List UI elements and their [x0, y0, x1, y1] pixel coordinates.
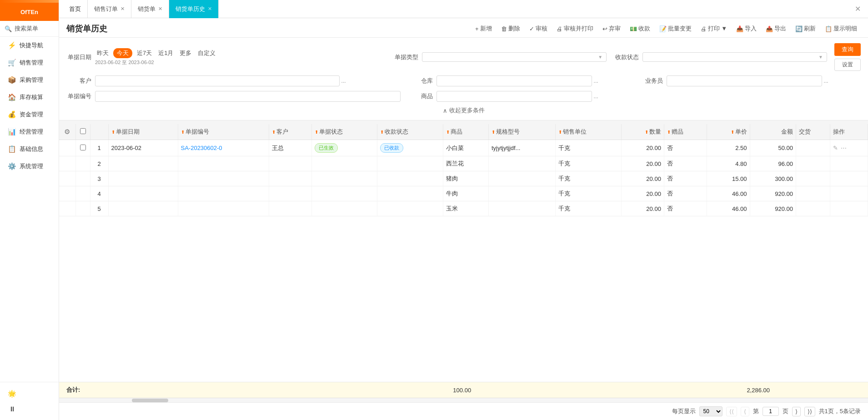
collect-select[interactable]: ▼	[642, 52, 827, 62]
audit-print-button[interactable]: 🖨审核并打印	[553, 23, 597, 35]
doctype-select[interactable]: ▼	[422, 52, 607, 62]
th-settings[interactable]: ⚙	[59, 124, 75, 140]
row-amount-cell: 300.00	[750, 171, 796, 186]
customer-picker-btn[interactable]: ...	[340, 78, 348, 84]
th-unit[interactable]: ⬆销售单位	[556, 124, 621, 140]
select-all-checkbox[interactable]	[80, 128, 86, 134]
th-num	[90, 124, 108, 140]
row-customer-cell	[269, 171, 311, 186]
settings-gear-icon[interactable]: ⚙	[64, 128, 70, 135]
sidebar-item-operations[interactable]: 📊经营管理	[0, 123, 59, 140]
staff-picker-btn[interactable]: ...	[822, 78, 830, 84]
scroll-thumb[interactable]	[132, 399, 168, 402]
row-docstatus-cell	[312, 201, 377, 216]
date-shortcut-yesterday[interactable]: 昨天	[95, 48, 110, 58]
goods-input[interactable]	[437, 91, 592, 102]
refresh-button[interactable]: 🔄刷新	[792, 23, 819, 35]
warehouse-input[interactable]	[437, 75, 592, 86]
edit-icon[interactable]: ✎	[833, 145, 838, 151]
date-shortcut-today[interactable]: 今天	[113, 48, 132, 58]
per-page-select[interactable]: 50 100 200	[699, 406, 722, 416]
row-action-cell	[830, 171, 868, 186]
tab-sales-order[interactable]: 销售订单✕	[88, 0, 131, 18]
print-button[interactable]: 🖨打印 ▼	[697, 23, 731, 35]
sidebar-settings-icon[interactable]: 🌟	[0, 386, 59, 401]
goods-picker-btn[interactable]: ...	[592, 93, 600, 100]
th-goods[interactable]: ⬆商品	[443, 124, 488, 140]
row-action-cell	[830, 186, 868, 201]
th-qty[interactable]: ⬆数量	[621, 124, 664, 140]
import-button[interactable]: 📥导入	[733, 23, 760, 35]
discard-button[interactable]: ↩弃审	[599, 23, 624, 35]
filter-panel: 单据日期 昨天今天近7天近1月更多自定义 2023-06-02 至 2023-0…	[59, 38, 868, 120]
th-gift[interactable]: ⬆赠品	[664, 124, 707, 140]
tab-sales-delivery[interactable]: 销货单✕	[131, 0, 169, 18]
tab-close-sales-history[interactable]: ✕	[208, 6, 212, 12]
first-page-btn[interactable]: ⟨⟨	[726, 407, 737, 416]
sidebar-search[interactable]: 🔍 搜索菜单	[0, 21, 59, 37]
row-date-cell	[108, 186, 178, 201]
filter-docno-control	[95, 91, 401, 102]
close-window-btn[interactable]: ✕	[851, 5, 864, 13]
sidebar-item-system[interactable]: ⚙️系统管理	[0, 158, 59, 175]
sidebar-item-inventory[interactable]: 🏠库存核算	[0, 89, 59, 106]
more-action-icon[interactable]: ⋯	[841, 145, 847, 151]
row-checkbox[interactable]	[80, 145, 86, 150]
show-detail-button[interactable]: 📋显示明细	[821, 23, 861, 35]
horizontal-scrollbar[interactable]	[59, 398, 868, 402]
sidebar-item-basic-info[interactable]: 📋基础信息	[0, 140, 59, 158]
page-title: 销货单历史	[66, 23, 107, 34]
operations-icon: 📊	[8, 128, 16, 136]
th-docno[interactable]: ⬆单据编号	[178, 124, 269, 140]
export-button[interactable]: 📤导出	[762, 23, 790, 35]
add-button[interactable]: +新增	[472, 23, 496, 35]
filter-settings-button[interactable]: 设置	[834, 59, 861, 71]
audit-print-label: 审核并打印	[564, 25, 593, 33]
sidebar-item-quick-nav[interactable]: ⚡快捷导航	[0, 37, 59, 54]
date-shortcut-custom[interactable]: 自定义	[196, 48, 217, 58]
brand-logo: OfTEn	[0, 3, 59, 21]
tab-sales-history[interactable]: 销货单历史✕	[169, 0, 219, 18]
row-goods-cell: 小白菜	[443, 140, 488, 156]
export-icon: 📤	[766, 25, 773, 32]
next-page-btn[interactable]: ⟩	[792, 407, 801, 416]
th-date[interactable]: ⬆单据日期	[108, 124, 178, 140]
pagination-bar: 每页显示 50 100 200 ⟨⟨ ⟨ 第 页 ⟩ ⟩⟩ 共1页，5条记录	[59, 402, 868, 420]
batch-change-button[interactable]: 📝批量变更	[656, 23, 695, 35]
sidebar-item-finance[interactable]: 💰资金管理	[0, 106, 59, 123]
sidebar-label-finance: 资金管理	[20, 110, 43, 119]
staff-input[interactable]	[667, 75, 822, 86]
date-shortcut-month[interactable]: 近1月	[156, 48, 175, 58]
delete-button[interactable]: 🗑删除	[497, 23, 524, 35]
th-checkbox	[75, 124, 90, 140]
th-spec[interactable]: ⬆规格型号	[488, 124, 555, 140]
page-input[interactable]	[763, 407, 779, 416]
date-shortcut-more[interactable]: 更多	[178, 48, 193, 58]
customer-input[interactable]	[95, 75, 340, 86]
doc-no-link[interactable]: SA-20230602-0	[181, 145, 222, 151]
sidebar: OfTEn 🔍 搜索菜单 ⚡快捷导航🛒销售管理📦采购管理🏠库存核算💰资金管理📊经…	[0, 0, 59, 420]
row-qty-cell: 20.00	[621, 171, 664, 186]
tab-close-sales-order[interactable]: ✕	[120, 6, 125, 12]
th-collectstatus[interactable]: ⬆收款状态	[377, 124, 443, 140]
inventory-icon: 🏠	[8, 93, 16, 101]
sidebar-item-purchase-mgmt[interactable]: 📦采购管理	[0, 71, 59, 89]
th-amount: 金额	[750, 124, 796, 140]
sidebar-pause-icon[interactable]: ⏸	[0, 401, 59, 416]
th-price[interactable]: ⬆单价	[707, 124, 750, 140]
page-content: 销货单历史 +新增🗑删除✓审核🖨审核并打印↩弃审💵收款📝批量变更🖨打印 ▼📥导入…	[59, 18, 868, 420]
last-page-btn[interactable]: ⟩⟩	[804, 407, 815, 416]
warehouse-picker-btn[interactable]: ...	[592, 78, 600, 84]
date-shortcut-week[interactable]: 近7天	[135, 48, 154, 58]
th-docstatus[interactable]: ⬆单据状态	[312, 124, 377, 140]
audit-button[interactable]: ✓审核	[526, 23, 551, 35]
collapse-filter-btn[interactable]: ∧ 收起更多条件	[66, 106, 861, 115]
collect-button[interactable]: 💵收款	[626, 23, 654, 35]
prev-page-btn[interactable]: ⟨	[741, 407, 749, 416]
tab-close-sales-delivery[interactable]: ✕	[158, 6, 162, 12]
tab-home[interactable]: 首页	[63, 0, 88, 18]
th-customer[interactable]: ⬆客户	[269, 124, 311, 140]
sidebar-item-sales-mgmt[interactable]: 🛒销售管理	[0, 54, 59, 71]
docno-input[interactable]	[95, 91, 401, 102]
query-button[interactable]: 查询	[834, 43, 861, 56]
